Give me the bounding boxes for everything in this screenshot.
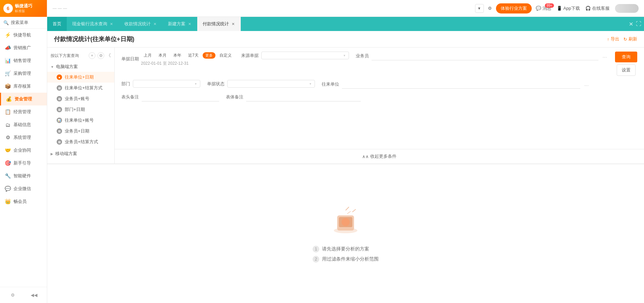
basic-icon: 🗂: [5, 122, 11, 128]
header-gear-btn[interactable]: ⚙: [488, 6, 492, 11]
svg-line-6: [347, 211, 351, 214]
sidebar-item-capital[interactable]: 💰 资金管理: [0, 93, 47, 105]
date-btn-this-year[interactable]: 本年: [171, 52, 184, 59]
sidebar-item-enterprise[interactable]: 🤝 企业协同: [0, 144, 47, 157]
scheme-group-mobile-header[interactable]: ▶ 移动端方案: [47, 149, 114, 159]
filter-body-note-input[interactable]: [246, 93, 361, 101]
capital-icon: 💰: [6, 96, 12, 102]
tab-new-scheme[interactable]: 新建方案 ✕: [163, 17, 197, 31]
tab-bank-flow[interactable]: 现金银行流水查询 ✕: [67, 17, 119, 31]
scheme-item-staff-settle-icon: ▦: [57, 139, 62, 145]
sidebar-settings-btn[interactable]: ⚙: [3, 291, 22, 300]
date-btn-this-month[interactable]: 本月: [156, 52, 169, 59]
app-logo: 6 畅捷通巧 标准版: [0, 0, 47, 17]
sidebar-item-member[interactable]: 👑 畅会员: [0, 195, 47, 208]
sidebar-item-wechat[interactable]: 💬 企业微信: [0, 182, 47, 195]
scheme-group-pc-arrow: ▼: [51, 65, 54, 69]
tab-close-payment-stats[interactable]: ✕: [231, 21, 235, 27]
scheme-item-unit-date[interactable]: ● 往来单位+日期: [47, 72, 114, 83]
logo-text: 畅捷通巧 标准版: [15, 3, 32, 13]
scheme-item-staff-date-icon: ▦: [57, 128, 62, 134]
sidebar-collapse-btn[interactable]: ◀◀: [25, 291, 44, 300]
export-btn[interactable]: ↑ 导出: [607, 36, 620, 42]
collapse-more-btn[interactable]: ∧∧ 收起更多条件: [357, 152, 402, 161]
scheme-item-unit-account-icon: 📊: [57, 118, 62, 123]
scheme-group-pc-header[interactable]: ▼ 电脑端方案: [47, 62, 114, 72]
sidebar-item-basic[interactable]: 🗂 基础信息: [0, 118, 47, 131]
sidebar-item-inventory[interactable]: 📦 库存核算: [0, 80, 47, 93]
svg-line-4: [346, 207, 349, 210]
tab-fullscreen-btn[interactable]: ⛶: [636, 21, 641, 27]
sidebar-item-purchase[interactable]: 🛒 采购管理: [0, 67, 47, 80]
tab-close-new-scheme[interactable]: ✕: [187, 21, 192, 27]
online-service-btn[interactable]: 🎧 在线客服: [585, 5, 610, 11]
filter-source-select[interactable]: ▾: [261, 52, 349, 59]
sidebar-nav: ⚡ 快捷导航 📣 营销推广 📊 销售管理 🛒 采购管理 📦 库存核算 💰 资金管…: [0, 29, 47, 287]
trial-btn[interactable]: 体验行业方案: [496, 3, 532, 13]
partner-picker-btn[interactable]: ...: [583, 80, 590, 89]
tab-home[interactable]: 首页: [47, 17, 67, 31]
phone-icon: 📱: [557, 6, 562, 11]
staff-picker-btn[interactable]: ...: [601, 52, 608, 60]
scheme-group-mobile: ▶ 移动端方案: [47, 149, 114, 159]
scheme-item-staff-date[interactable]: ▦ 业务员+日期: [47, 126, 114, 137]
filter-doc-status-select[interactable]: ▾: [227, 80, 315, 88]
header-dropdown-btn[interactable]: ▾: [475, 4, 484, 13]
sidebar-item-quick-nav[interactable]: ⚡ 快捷导航: [0, 29, 47, 41]
empty-hints: 1 请先选择要分析的方案 2 用过滤条件来缩小分析范围: [313, 246, 379, 263]
date-btn-last-month[interactable]: 上月: [141, 52, 154, 59]
message-btn[interactable]: 💬 消息 99+: [536, 5, 551, 11]
hint-num-1: 1: [313, 246, 319, 252]
scheme-add-btn[interactable]: +: [89, 52, 95, 59]
tab-payment-stats[interactable]: 付款情况统计 ✕: [197, 17, 241, 31]
scheme-item-staff-settle[interactable]: ▦ 业务员+结算方式: [47, 137, 114, 147]
date-btn-more[interactable]: 更多: [203, 52, 215, 59]
scheme-item-staff-account[interactable]: ▦ 业务员+账号: [47, 93, 114, 104]
filter-header-note-input[interactable]: [142, 93, 219, 101]
query-btn[interactable]: 查询: [615, 52, 637, 62]
sidebar-item-system[interactable]: ⚙ 系统管理: [0, 131, 47, 144]
tab-close-receipt-stats[interactable]: ✕: [153, 21, 157, 27]
filter-form: 单据日期 上月 本月 本年 近7天 更多 自定义 20: [115, 48, 644, 149]
app-download-btn[interactable]: 📱 App下载: [557, 5, 580, 11]
sidebar-item-marketing[interactable]: 📣 营销推广: [0, 41, 47, 54]
purchase-icon: 🛒: [5, 70, 11, 77]
page-header-actions: ↑ 导出 ↻ 刷新: [607, 36, 638, 42]
sidebar-footer: ⚙ ◀◀: [0, 287, 47, 303]
sidebar-search[interactable]: 🔍 搜索菜单: [0, 17, 47, 29]
filter-staff-item: 业务员 ...: [356, 52, 608, 60]
filter-partner-input[interactable]: [342, 80, 580, 89]
empty-hint-2: 2 用过滤条件来缩小分析范围: [313, 256, 379, 263]
sidebar-item-hardware[interactable]: 🔧 智能硬件: [0, 170, 47, 182]
filter-dept-select[interactable]: ▾: [133, 80, 200, 88]
scheme-item-unit-settle[interactable]: ▦ 往来单位+结算方式: [47, 83, 114, 93]
user-avatar[interactable]: [615, 4, 639, 13]
filter-partner-item: 往来单位 ...: [322, 80, 590, 89]
filter-staff-input[interactable]: [372, 52, 598, 60]
scheme-item-dept-date[interactable]: ▦ 部门+日期: [47, 104, 114, 115]
scheme-items-pc: ● 往来单位+日期 ▦ 往来单位+结算方式 ▦ 业务员+账号 ▦: [47, 72, 114, 147]
refresh-btn[interactable]: ↻ 刷新: [623, 36, 637, 42]
filter-settings-btn[interactable]: 设置: [617, 64, 636, 76]
scheme-collapse-sidebar-btn[interactable]: 《: [106, 53, 111, 59]
scheme-group-mobile-arrow: ▶: [51, 152, 53, 156]
collapse-up-icon: ∧∧: [362, 154, 369, 159]
sidebar-item-guide[interactable]: 🎯 新手引导: [0, 157, 47, 170]
sidebar-item-operation[interactable]: 📋 经营管理: [0, 105, 47, 118]
hardware-icon: 🔧: [5, 173, 11, 179]
sidebar-item-sales[interactable]: 📊 销售管理: [0, 54, 47, 67]
date-btn-7days[interactable]: 近7天: [185, 52, 201, 59]
page-title: 付款情况统计(往来单位+日期): [54, 35, 135, 43]
tab-close-all-btn[interactable]: ✕: [629, 21, 633, 27]
filter-date-group: 上月 本月 本年 近7天 更多 自定义 2022-01-01 至 2022-12…: [141, 52, 234, 66]
scheme-item-unit-account[interactable]: 📊 往来单位+账号: [47, 115, 114, 126]
date-btn-custom[interactable]: 自定义: [217, 52, 234, 59]
tab-close-bank-flow[interactable]: ✕: [109, 21, 114, 27]
scheme-header: 按以下方案查询 + ⚙ 《: [47, 51, 114, 62]
tab-receipt-stats[interactable]: 收款情况统计 ✕: [119, 17, 163, 31]
scheme-item-dept-date-icon: ▦: [57, 107, 62, 112]
source-dropdown-icon: ▾: [344, 54, 345, 57]
svg-point-3: [342, 218, 350, 226]
scheme-settings-btn[interactable]: ⚙: [97, 52, 104, 59]
filter-doc-status-item: 单据状态 ▾: [207, 80, 315, 88]
